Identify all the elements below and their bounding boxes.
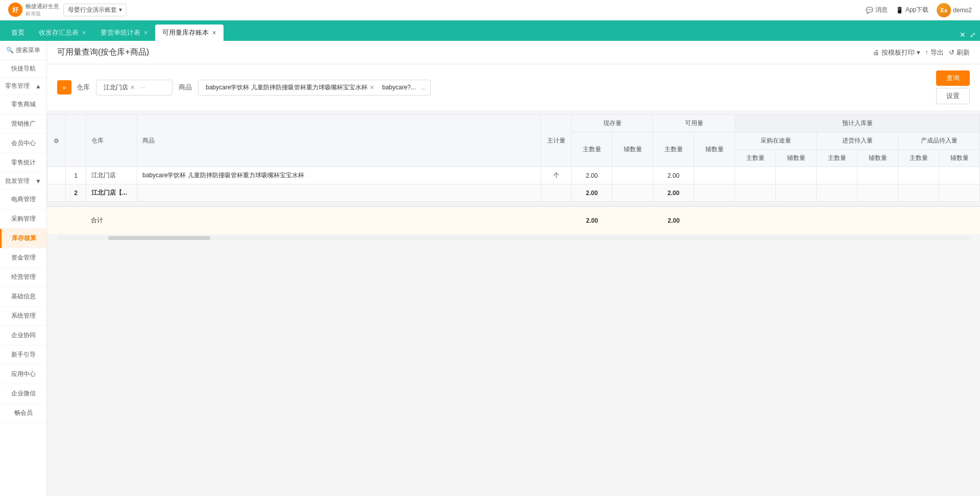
row2-checkbox[interactable] <box>47 184 66 202</box>
tab-receipt-summary-close[interactable]: ✕ <box>82 30 86 36</box>
sidebar-item-operations[interactable]: 经营管理 <box>0 268 46 287</box>
tab-order-stats-close[interactable]: ✕ <box>143 30 148 36</box>
search-icon: 🔍 <box>6 46 14 54</box>
page-title: 可用量查询(按仓库+商品) <box>57 47 149 58</box>
sidebar: 🔍 搜索菜单 快捷导航 零售管理 ▲ 零售商城 营销推广 会员中心 零售统计 批… <box>0 41 47 496</box>
warehouse-more[interactable]: ··· <box>140 84 145 91</box>
logo-text: 畅捷通好生意 <box>26 3 59 10</box>
warehouse-tag-close[interactable]: ✕ <box>130 84 135 91</box>
th-planned-inbound: 预计入库量 <box>735 115 980 132</box>
sidebar-item-ecommerce[interactable]: 电商管理 <box>0 190 46 209</box>
row1-incoming-sub <box>857 167 898 184</box>
sidebar-item-inventory-label: 库存核算 <box>12 234 36 242</box>
sidebar-item-retail-stats[interactable]: 零售统计 <box>0 153 46 173</box>
sidebar-section-retail[interactable]: 零售管理 ▲ <box>0 78 46 95</box>
scroll-track[interactable] <box>57 236 970 240</box>
product-input[interactable]: babycare学饮杯 儿童防摔防撞吸管杯重力球吸嘴杯宝宝水杯 ✕ babyca… <box>198 80 431 96</box>
product-tag-1: babycare学饮杯 儿童防摔防撞吸管杯重力球吸嘴杯宝宝水杯 ✕ <box>203 82 377 93</box>
sidebar-quick-nav[interactable]: 快捷导航 <box>0 60 46 78</box>
footer-available-total: 2.00 <box>653 212 694 229</box>
sidebar-item-system[interactable]: 系统管理 <box>0 306 46 326</box>
row2-incoming-sub <box>857 184 898 202</box>
row1-checkbox[interactable] <box>47 167 66 184</box>
refresh-label: 刷新 <box>957 48 970 57</box>
page-actions: 🖨 按模板打印 ▾ ↑ 导出 ↺ 刷新 <box>873 48 970 57</box>
tab-home[interactable]: 首页 <box>4 25 32 41</box>
row2-current-sub <box>612 184 653 202</box>
print-icon: 🖨 <box>873 49 879 56</box>
row1-purchase-transit-sub <box>776 167 817 184</box>
row1-warehouse: 江北门店 <box>86 167 137 184</box>
row2-available-sub <box>694 184 735 202</box>
th-purchase-transit-main: 主数量 <box>735 150 776 167</box>
refresh-btn[interactable]: ↺ 刷新 <box>949 48 970 57</box>
table-footer: 合计 2.00 2.00 <box>47 206 980 234</box>
sidebar-item-members[interactable]: 会员中心 <box>0 134 46 153</box>
sidebar-item-purchase-label: 采购管理 <box>11 215 36 222</box>
row2-production-sub <box>939 184 980 202</box>
sidebar-item-purchase[interactable]: 采购管理 <box>0 209 46 229</box>
message-btn[interactable]: 💬 消息 <box>866 6 888 14</box>
table-row-group: 2 江北门店【... 2.00 2.00 <box>47 184 980 202</box>
app-download-label: App下载 <box>905 6 928 14</box>
row2-incoming-main <box>817 184 857 202</box>
filter-actions: 查询 设置 <box>936 70 970 104</box>
sidebar-item-newbie[interactable]: 新手引导 <box>0 345 46 365</box>
product-tag-1-close[interactable]: ✕ <box>370 84 374 91</box>
sidebar-search[interactable]: 🔍 搜索菜单 <box>0 41 46 60</box>
sidebar-section-wholesale-label: 批发管理 <box>5 177 30 185</box>
th-available-sub: 辅数量 <box>694 132 735 167</box>
logo-icon: 好 <box>8 3 22 17</box>
product-more[interactable]: ... <box>421 84 426 91</box>
user-area[interactable]: Ea demo2 <box>937 3 972 17</box>
sidebar-item-members-label: 会员中心 <box>11 139 36 147</box>
tab-order-stats[interactable]: 要货单统计表 ✕ <box>93 25 155 41</box>
sidebar-section-wholesale[interactable]: 批发管理 ▼ <box>0 173 46 190</box>
industry-selector[interactable]: 母婴行业演示账套 ▾ <box>63 4 127 16</box>
footer-label: 合计 <box>86 212 137 229</box>
sidebar-item-retail-stats-label: 零售统计 <box>11 159 36 166</box>
sidebar-item-marketing[interactable]: 营销推广 <box>0 114 46 134</box>
warehouse-tag: 江北门店 ✕ <box>101 82 138 93</box>
print-btn[interactable]: 🖨 按模板打印 ▾ <box>873 48 920 57</box>
warehouse-input[interactable]: 江北门店 ✕ ··· <box>96 80 173 96</box>
row2-current-main: 2.00 <box>572 184 612 202</box>
tab-available-stock[interactable]: 可用量库存账本 ✕ <box>155 25 224 41</box>
row2-purchase-transit-main <box>735 184 776 202</box>
filter-area: » 仓库 江北门店 ✕ ··· 商品 babycare学饮杯 儿童防摔防撞吸管杯… <box>47 64 980 110</box>
row1-available-sub <box>694 167 735 184</box>
row2-purchase-transit-sub <box>776 184 817 202</box>
app-download-btn[interactable]: 📱 App下载 <box>896 6 928 14</box>
sidebar-item-apps[interactable]: 应用中心 <box>0 365 46 384</box>
export-label: 导出 <box>930 48 944 57</box>
row1-product: babycare学饮杯 儿童防摔防撞吸管杯重力球吸嘴杯宝宝水杯 <box>137 167 541 184</box>
sidebar-item-finance[interactable]: 资金管理 <box>0 248 46 268</box>
sidebar-item-enterprise-wechat[interactable]: 企业微信 <box>0 384 46 404</box>
tab-close-all-icon[interactable]: ✕ <box>960 31 966 39</box>
sidebar-item-retail-mall[interactable]: 零售商城 <box>0 95 46 114</box>
row1-production-main <box>898 167 939 184</box>
th-settings[interactable]: ⚙ <box>47 115 66 167</box>
row2-unit <box>541 184 572 202</box>
query-btn[interactable]: 查询 <box>936 70 970 86</box>
warehouse-label: 仓库 <box>77 83 90 92</box>
filter-row: 仓库 江北门店 ✕ ··· 商品 babycare学饮杯 儿童防摔防撞吸管杯重力… <box>77 80 931 96</box>
export-btn[interactable]: ↑ 导出 <box>925 48 944 57</box>
setting-btn[interactable]: 设置 <box>936 88 970 104</box>
tab-receipt-summary[interactable]: 收发存汇总表 ✕ <box>32 25 93 41</box>
product-tag-2-value: babycare?... <box>382 84 416 91</box>
filter-toggle-btn[interactable]: » <box>57 80 71 95</box>
scroll-thumb[interactable] <box>108 236 210 240</box>
print-chevron-icon: ▾ <box>917 49 920 56</box>
sidebar-item-inventory[interactable]: 库存核算 <box>0 229 46 248</box>
th-unit: 主计量 <box>541 115 572 167</box>
sidebar-item-enterprise[interactable]: 企业协同 <box>0 326 46 345</box>
th-production-main: 主数量 <box>898 150 939 167</box>
sidebar-item-chang-members[interactable]: 畅会员 <box>0 404 46 423</box>
tab-expand-icon[interactable]: ⤢ <box>970 31 976 39</box>
top-bar-right: 💬 消息 📱 App下载 Ea demo2 <box>866 3 972 17</box>
tab-available-stock-close[interactable]: ✕ <box>212 30 216 36</box>
sidebar-item-basic-info-label: 基础信息 <box>11 293 36 300</box>
sidebar-item-basic-info[interactable]: 基础信息 <box>0 287 46 306</box>
footer-current-total: 2.00 <box>572 212 612 229</box>
